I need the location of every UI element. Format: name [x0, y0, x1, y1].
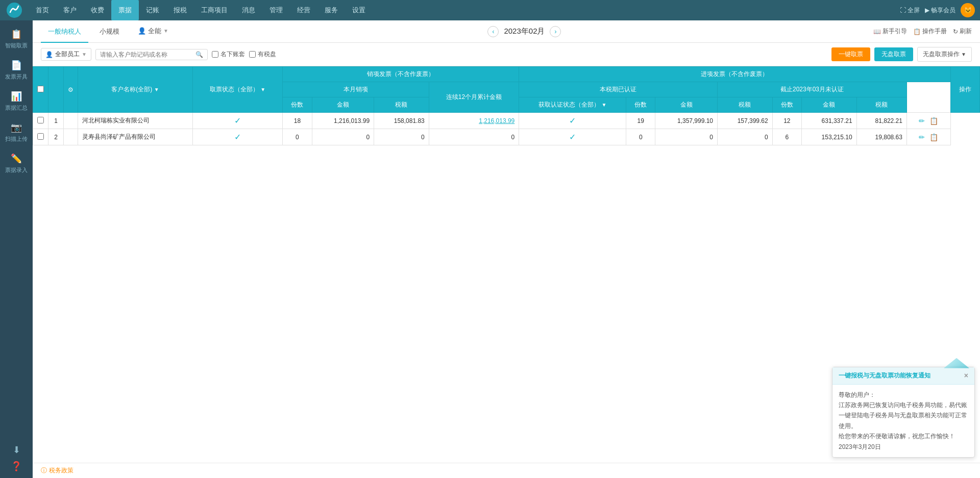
nav-home[interactable]: 首页 [29, 0, 56, 20]
col-current-month-header: 本月销项 [283, 82, 429, 97]
tab-small-scale[interactable]: 小规模 [92, 20, 127, 43]
copy-icon-0[interactable]: 📋 [929, 117, 938, 125]
search-icon[interactable]: 🔍 [195, 51, 203, 58]
nav-business[interactable]: 工商项目 [194, 0, 235, 20]
row-sales-count-0: 18 [283, 113, 312, 129]
row-select-checkbox-1[interactable] [37, 133, 44, 140]
tax-disk-filter[interactable]: 有税盘 [249, 50, 276, 59]
employee-dropdown-icon: ▼ [82, 52, 87, 57]
copy-icon-1[interactable]: 📋 [929, 133, 938, 141]
nav-client[interactable]: 客户 [56, 0, 84, 20]
row-cert-amount-1: 0 [655, 129, 718, 145]
nav-service[interactable]: 服务 [317, 0, 345, 20]
month-nav-container: ‹ 2023年02月 › [487, 26, 561, 37]
nav-bookkeeping[interactable]: 记账 [139, 0, 166, 20]
row-customer-name-0: 河北柯瑞栋实业有限公司 [78, 113, 193, 129]
nav-fee[interactable]: 收费 [84, 0, 111, 20]
manual-icon: 📋 [913, 28, 921, 35]
nav-settings[interactable]: 设置 [345, 0, 373, 20]
row-checkbox-0 [33, 113, 48, 129]
tab-bar: 一般纳税人 小规模 👤 全能 ▼ ‹ 2023年02月 › 📖 新手引导 [33, 20, 980, 43]
col-cert-status: 获取认证状态（全部） ▼ [519, 97, 626, 113]
row-uncert-tax-0: 81,822.21 [856, 113, 906, 129]
gear-icon[interactable]: ⚙ [68, 86, 74, 93]
row-index-1: 2 [48, 129, 64, 145]
row-cert-tax-1: 0 [718, 129, 773, 145]
customer-search-input[interactable] [100, 51, 195, 58]
row-sales-amount-1: 0 [312, 129, 374, 145]
cert-status-filter-icon[interactable]: ▼ [601, 102, 606, 108]
sidebar-help-icon[interactable]: ❓ [11, 461, 22, 472]
no-disk-ops-dropdown-icon: ▼ [961, 52, 966, 57]
next-month-btn[interactable]: › [550, 26, 561, 37]
sidebar-item-scan-upload[interactable]: 📷 扫描上传 [2, 118, 31, 147]
sidebar-item-invoice-entry[interactable]: ✏️ 票据录入 [2, 149, 31, 178]
prev-month-btn[interactable]: ‹ [487, 26, 499, 37]
fetch-status-icon-0: ✓ [234, 116, 241, 125]
tax-policy-link[interactable]: ⓘ 税务政策 [41, 466, 74, 475]
nav-invoice[interactable]: 票据 [111, 0, 139, 20]
no-disk-ops-btn[interactable]: 无盘取票操作 ▼ [917, 47, 972, 62]
col-index-header [48, 67, 64, 113]
invoice-entry-icon: ✏️ [11, 153, 22, 164]
member-icon: ▶ [925, 7, 929, 14]
col-uncert-amount: 金额 [801, 97, 856, 113]
notification-close-btn[interactable]: × [964, 371, 968, 380]
one-click-fetch-btn[interactable]: 一键取票 [831, 47, 870, 61]
sub-account-checkbox[interactable] [212, 51, 218, 58]
manual-btn[interactable]: 📋 操作手册 [913, 27, 947, 36]
nav-menu: 首页 客户 收费 票据 记账 报税 工商项目 消息 管理 经营 服务 设置 [29, 0, 900, 20]
customer-filter-icon[interactable]: ▼ [154, 87, 159, 92]
tab-general-taxpayer[interactable]: 一般纳税人 [41, 20, 88, 43]
user-avatar[interactable]: 🐱 [961, 3, 975, 17]
select-all-checkbox[interactable] [37, 86, 44, 92]
top-navigation: 首页 客户 收费 票据 记账 报税 工商项目 消息 管理 经营 服务 设置 ⛶ … [0, 0, 980, 20]
fullscreen-btn[interactable]: ⛶ 全屏 [900, 6, 920, 15]
member-btn[interactable]: ▶ 畅享会员 [925, 6, 955, 15]
row-cert-count-0: 19 [626, 113, 655, 129]
current-month-label: 2023年02月 [504, 27, 545, 36]
notification-popup: 一键报税与无盘取票功能恢复通知 × 尊敬的用户： 江苏政务网已恢复访问电子税务局… [832, 367, 975, 458]
col-action-header: 操作 [950, 67, 979, 113]
sub-account-filter[interactable]: 名下账套 [212, 50, 245, 59]
invoice-open-icon: 📄 [11, 60, 22, 71]
col-sales-amount: 金额 [312, 97, 374, 113]
sidebar-bottom: ⬇ ❓ [11, 444, 22, 478]
row-sales-tax-1: 0 [374, 129, 429, 145]
col-certified-header: 本税期已认证 [519, 82, 718, 97]
row-cert-status-1: ✓ [519, 129, 626, 145]
sidebar-item-invoice-summary[interactable]: 📊 票据汇总 [2, 87, 31, 116]
sidebar: 📋 智能取票 📄 发票开具 📊 票据汇总 📷 扫描上传 ✏️ 票据录入 ⬇ ❓ [0, 20, 33, 478]
tax-disk-checkbox[interactable] [249, 51, 256, 58]
fetch-status-filter-icon[interactable]: ▼ [260, 87, 265, 92]
col-cert-amount: 金额 [655, 97, 718, 113]
tab-all[interactable]: 👤 全能 ▼ [131, 20, 176, 43]
edit-icon-0[interactable]: ✏ [919, 117, 925, 125]
col-uncert-tax: 税额 [856, 97, 906, 113]
row-cert-count-1: 0 [626, 129, 655, 145]
row-checkbox-1 [33, 129, 48, 145]
nav-management[interactable]: 管理 [262, 0, 290, 20]
nav-tax[interactable]: 报税 [166, 0, 194, 20]
no-disk-fetch-btn[interactable]: 无盘取票 [874, 47, 913, 61]
sidebar-item-smart-fetch[interactable]: 📋 智能取票 [2, 24, 31, 54]
col-sales-header-group: 销项发票（不含作废票） [283, 67, 519, 82]
sidebar-download-icon[interactable]: ⬇ [13, 444, 20, 456]
row-uncert-amount-0: 631,337.21 [801, 113, 856, 129]
nav-message[interactable]: 消息 [235, 0, 262, 20]
row-action-1: ✏ 📋 [906, 129, 950, 145]
nav-business2[interactable]: 经营 [290, 0, 317, 20]
col-fetch-status-header: 取票状态（全部） ▼ [192, 67, 282, 113]
invoice-table: ⚙ 客户名称(全部) ▼ 取票状态（全部） ▼ 销项发票（不含作废票） 进项发票… [33, 66, 980, 145]
nav-right-actions: ⛶ 全屏 ▶ 畅享会员 🐱 [900, 3, 975, 17]
refresh-btn[interactable]: ↻ 刷新 [953, 27, 972, 36]
row-select-checkbox-0[interactable] [37, 117, 44, 123]
new-user-guide-btn[interactable]: 📖 新手引导 [873, 27, 907, 36]
cumulative-link-0[interactable]: 1,216,013.99 [479, 117, 514, 124]
col-cumulative-header: 连续12个月累计金额 [429, 82, 519, 113]
employee-selector[interactable]: 👤 全部员工 ▼ [41, 48, 91, 61]
row-sales-tax-0: 158,081.83 [374, 113, 429, 129]
edit-icon-1[interactable]: ✏ [919, 133, 925, 141]
row-fetch-status-0: ✓ [192, 113, 282, 129]
sidebar-item-invoice-open[interactable]: 📄 发票开具 [2, 56, 31, 85]
